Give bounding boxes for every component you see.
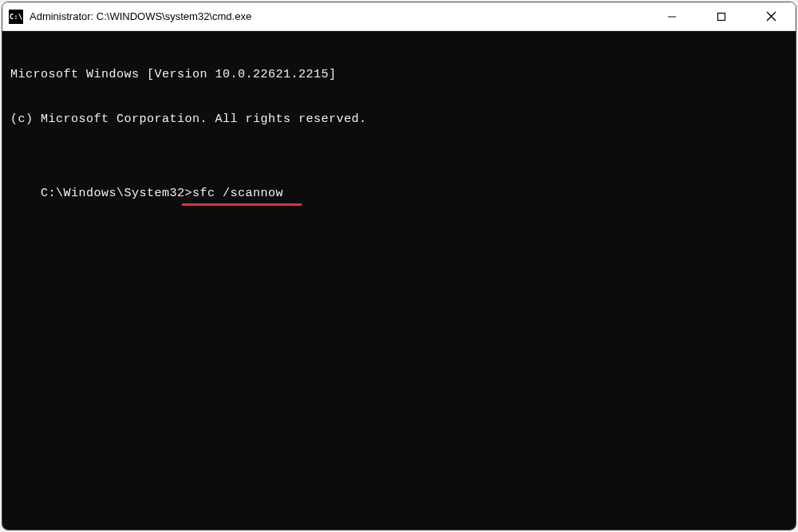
- minimize-icon: [667, 12, 677, 22]
- prompt-text: C:\Windows\System32>: [41, 187, 192, 200]
- window-title: Administrator: C:\WINDOWS\system32\cmd.e…: [30, 10, 647, 22]
- close-button[interactable]: [746, 2, 796, 30]
- terminal-area[interactable]: Microsoft Windows [Version 10.0.22621.22…: [2, 31, 796, 530]
- minimize-button[interactable]: [647, 2, 697, 30]
- cmd-icon: C:\: [9, 10, 23, 24]
- svg-rect-1: [718, 13, 725, 20]
- command-text: sfc /scannow: [192, 187, 283, 200]
- cmd-window: C:\ Administrator: C:\WINDOWS\system32\c…: [2, 2, 796, 530]
- svg-line-2: [767, 12, 776, 21]
- maximize-icon: [717, 12, 726, 22]
- cmd-icon-text: C:\: [10, 13, 22, 21]
- maximize-button[interactable]: [697, 2, 746, 30]
- red-underline-annotation: [182, 203, 302, 206]
- blank-line: [10, 157, 788, 171]
- copyright-line: (c) Microsoft Corporation. All rights re…: [10, 112, 788, 128]
- window-controls: [647, 2, 796, 30]
- prompt-line: C:\Windows\System32>sfc /scannow: [41, 187, 283, 202]
- svg-line-3: [767, 12, 776, 21]
- close-icon: [766, 11, 776, 22]
- titlebar: C:\ Administrator: C:\WINDOWS\system32\c…: [2, 2, 796, 31]
- version-line: Microsoft Windows [Version 10.0.22621.22…: [10, 68, 788, 83]
